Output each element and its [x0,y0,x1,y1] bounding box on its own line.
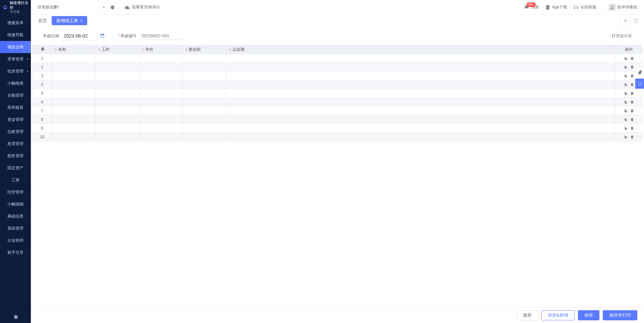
copy-row-icon[interactable] [624,65,628,70]
cell-hours[interactable] [96,72,139,80]
cell-price[interactable] [139,89,183,98]
messages-button[interactable]: 99+ 消息 [524,4,539,10]
cell-hours[interactable] [96,80,139,89]
cell-numbox[interactable] [183,106,226,115]
cell-name[interactable] [52,106,96,115]
demo-link[interactable]: 我要看实例演示 [124,4,160,10]
cell-name[interactable] [52,98,96,106]
cell-name[interactable] [52,89,96,98]
cell-total[interactable] [226,80,615,89]
cell-numbox[interactable] [183,63,226,72]
delete-row-icon[interactable] [630,83,634,87]
cell-price[interactable] [139,115,183,124]
cell-numbox[interactable] [183,133,226,141]
sidebar-item-0[interactable]: 搜索菜单 [0,17,31,29]
cell-name[interactable] [52,133,96,141]
copy-row-icon[interactable] [624,100,628,104]
th-total[interactable]: 总金额 [226,45,615,54]
delete-row-icon[interactable] [630,126,634,131]
cell-numbox[interactable] [183,80,226,89]
cell-numbox[interactable] [183,72,226,80]
attachment-button[interactable] [635,67,644,77]
sidebar-item-14[interactable]: 经营管理 [0,186,31,198]
cell-hours[interactable] [96,106,139,115]
sidebar-item-7[interactable]: 库存核算 [0,101,31,113]
cell-total[interactable] [226,72,615,80]
sidebar-item-11[interactable]: 税务管理 [0,150,31,162]
cell-name[interactable] [52,124,96,133]
delete-row-icon[interactable] [630,109,634,113]
sidebar-item-1[interactable]: 快捷导航 [0,29,31,41]
cell-numbox[interactable] [183,89,226,98]
delete-row-icon[interactable] [630,74,634,78]
cell-hours[interactable] [96,133,139,141]
delete-row-icon[interactable] [630,65,634,70]
copy-row-icon[interactable] [624,118,628,122]
cell-name[interactable] [52,54,96,63]
cell-price[interactable] [139,54,183,63]
cell-name[interactable] [52,72,96,80]
calendar-icon[interactable] [100,33,105,38]
cell-hours[interactable] [96,98,139,106]
sidebar-item-17[interactable]: 系统管理 [0,222,31,234]
cell-total[interactable] [226,115,615,124]
cell-price[interactable] [139,124,183,133]
cell-total[interactable] [226,124,615,133]
copy-row-icon[interactable] [624,135,628,139]
cell-hours[interactable] [96,115,139,124]
user-menu[interactable]: 徐泽华修改 [609,4,637,11]
cell-price[interactable] [139,133,183,141]
th-gear[interactable] [33,45,52,54]
delete-row-icon[interactable] [630,118,634,122]
sidebar-item-2[interactable]: 项目合同 [0,41,31,53]
cell-numbox[interactable] [183,115,226,124]
expand-button[interactable] [635,79,644,89]
cell-hours[interactable] [96,89,139,98]
copy-row-icon[interactable] [624,56,628,61]
copy-row-icon[interactable] [624,91,628,96]
cell-name[interactable] [52,80,96,89]
save-button[interactable]: 保存 [578,310,599,320]
cell-total[interactable] [226,106,615,115]
discard-button[interactable]: 放弃 [517,310,538,320]
online-service-button[interactable]: 在线客服 [573,4,596,10]
save-print-button[interactable]: 保存并打印 [603,310,637,320]
copy-row-icon[interactable] [624,109,628,113]
delete-row-icon[interactable] [630,100,634,104]
cell-total[interactable] [226,63,615,72]
sidebar-item-15[interactable]: 小畅报销 [0,198,31,210]
delete-row-icon[interactable] [630,91,634,96]
cell-numbox[interactable] [183,124,226,133]
sidebar-item-10[interactable]: 发票管理 [0,138,31,150]
delete-row-icon[interactable] [630,135,634,139]
cell-numbox[interactable] [183,54,226,63]
sidebar-item-18[interactable]: 企业协同 [0,234,31,246]
cell-total[interactable] [226,133,615,141]
close-all-tabs[interactable]: ✕ [620,15,631,27]
th-hours[interactable]: 工时 [96,45,139,54]
sidebar-item-3[interactable]: 零售管理▾ [0,53,31,65]
cell-numbox[interactable] [183,98,226,106]
copy-row-icon[interactable] [624,83,628,87]
cell-name[interactable] [52,115,96,124]
delete-row-icon[interactable] [630,56,634,61]
cell-price[interactable] [139,106,183,115]
cell-price[interactable] [139,98,183,106]
tab-0[interactable]: 首页 [34,15,52,27]
sidebar-settings[interactable] [0,311,31,323]
code-input[interactable] [140,32,183,40]
th-price[interactable]: 单价 [139,45,183,54]
cell-hours[interactable] [96,54,139,63]
save-new-button[interactable]: 保存&新增 [541,310,575,320]
sidebar-item-13[interactable]: 工资 [0,174,31,186]
brand-logo[interactable]: 畅捷通好业财 专业版 [0,0,31,15]
cell-hours[interactable] [96,63,139,72]
sidebar-item-16[interactable]: 基础信息 [0,210,31,222]
th-name[interactable]: 名称 [52,45,96,54]
cell-price[interactable] [139,63,183,72]
sidebar-item-5[interactable]: 小畅电商 [0,77,31,89]
app-download-button[interactable]: App下载 [545,4,567,10]
th-numbox[interactable]: 数值框 [183,45,226,54]
cell-name[interactable] [52,63,96,72]
open-design-link[interactable]: 打开设计页 [612,33,632,39]
